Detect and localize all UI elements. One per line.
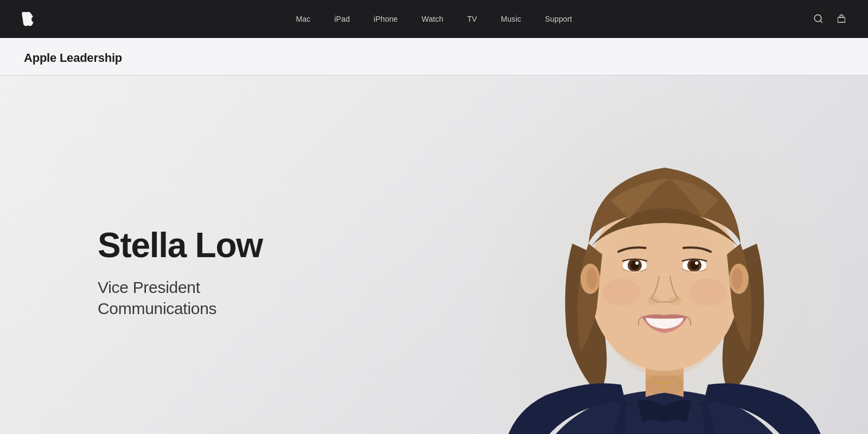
person-title: Vice President Communications — [98, 277, 263, 320]
svg-point-17 — [689, 279, 727, 306]
svg-point-13 — [695, 261, 698, 265]
svg-point-15 — [669, 296, 682, 305]
svg-point-21 — [732, 268, 743, 290]
svg-point-19 — [586, 268, 597, 290]
nav-item-mac[interactable]: Mac — [284, 14, 322, 24]
svg-point-14 — [647, 296, 660, 305]
nav-item-iphone[interactable]: iPhone — [362, 14, 410, 24]
bag-icon[interactable] — [837, 14, 846, 24]
svg-point-3 — [646, 374, 684, 395]
main-navigation: Mac iPad iPhone Watch TV Music Support — [0, 0, 868, 38]
nav-item-support[interactable]: Support — [533, 14, 584, 24]
nav-item-tv[interactable]: TV — [455, 14, 489, 24]
hero-image-area — [461, 75, 868, 434]
person-title-line2: Communications — [98, 300, 216, 318]
person-name: Stella Low — [98, 227, 263, 264]
apple-logo[interactable] — [22, 12, 34, 26]
svg-point-9 — [635, 261, 639, 265]
nav-item-watch[interactable]: Watch — [410, 14, 455, 24]
portrait-image — [488, 92, 841, 434]
svg-point-16 — [602, 279, 640, 306]
hero-text-content: Stella Low Vice President Communications — [98, 227, 263, 319]
svg-point-22 — [663, 387, 666, 390]
nav-icons-group — [814, 14, 846, 24]
person-title-line1: Vice President — [98, 279, 200, 297]
hero-section: Stella Low Vice President Communications — [0, 75, 868, 434]
search-icon[interactable] — [814, 14, 824, 24]
page-title: Apple Leadership — [24, 51, 844, 65]
nav-item-ipad[interactable]: iPad — [322, 14, 362, 24]
page-header: Apple Leadership — [0, 38, 868, 75]
portrait-container — [488, 92, 841, 434]
nav-menu: Mac iPad iPhone Watch TV Music Support — [284, 14, 584, 24]
nav-item-music[interactable]: Music — [489, 14, 533, 24]
